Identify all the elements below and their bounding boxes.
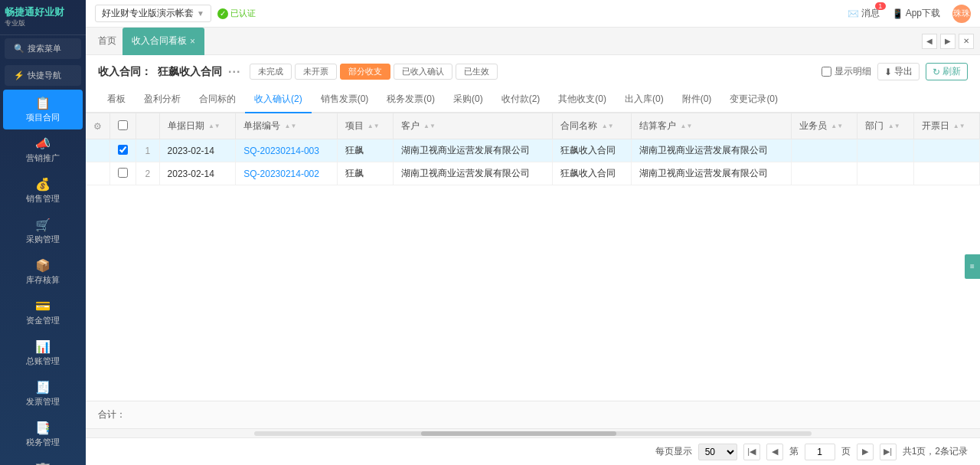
row-settings-0	[86, 139, 110, 162]
row-customer-1: 湖南卫视商业运营发展有限公司	[393, 162, 553, 185]
sidebar-label-purchase: 采购管理	[26, 234, 60, 245]
tab-next-btn[interactable]: ▶	[940, 34, 956, 49]
tab-7[interactable]: 收付款(2)	[492, 87, 550, 113]
rownum-col-header	[136, 113, 160, 139]
sidebar-item-fixed[interactable]: 🏢 固定资产	[3, 455, 83, 465]
result-customer-col-header: 结算客户 ▲▼	[632, 113, 792, 139]
certified-text: 已认证	[230, 8, 256, 19]
table-wrapper[interactable]: ⚙ 单据日期 ▲▼	[86, 113, 980, 401]
export-icon: ⬇	[884, 67, 892, 77]
app-download-action[interactable]: 📱 App下载	[892, 7, 940, 20]
row-salesperson-0	[792, 139, 858, 162]
select-all-checkbox[interactable]	[118, 120, 128, 130]
row-project-0: 狂飙	[337, 139, 393, 162]
user-action[interactable]: 珠珠	[952, 5, 971, 23]
message-action[interactable]: ✉️ 消息 1	[848, 7, 880, 20]
sidebar-item-inventory[interactable]: 📦 库存核算	[3, 252, 83, 292]
quick-nav-icon: ⚡	[14, 70, 24, 80]
page-input[interactable]	[805, 444, 835, 460]
tab-10[interactable]: 附件(0)	[673, 87, 721, 113]
refresh-btn[interactable]: ↻ 刷新	[926, 63, 968, 80]
contract-name-sort-icon[interactable]: ▲▼	[602, 123, 614, 129]
customer-sort-icon[interactable]: ▲▼	[423, 123, 436, 129]
sidebar-item-general[interactable]: 📊 总账管理	[3, 333, 83, 373]
tab-2[interactable]: 合同标的	[190, 87, 245, 113]
row-checkbox-0[interactable]	[118, 145, 128, 155]
company-dropdown-arrow: ▼	[197, 9, 204, 18]
row-number-link-1[interactable]: SQ-20230214-002	[243, 169, 319, 179]
message-badge: 1	[875, 2, 886, 10]
department-sort-icon[interactable]: ▲▼	[888, 123, 900, 129]
right-action-btn[interactable]: ≡	[965, 254, 980, 279]
status-btn-4[interactable]: 已生效	[456, 64, 498, 80]
sidebar-item-tax[interactable]: 📑 税务管理	[3, 414, 83, 454]
app-name: 畅捷通好业财	[5, 6, 81, 18]
tab-11[interactable]: 变更记录(0)	[720, 87, 787, 113]
tab-5[interactable]: 税务发票(0)	[377, 87, 444, 113]
tab-close-btn[interactable]: ×	[190, 36, 195, 47]
company-selector[interactable]: 好业财专业版演示帐套 ▼	[95, 5, 211, 22]
tab-9[interactable]: 出入库(0)	[616, 87, 673, 113]
active-tab[interactable]: 收入合同看板 ×	[122, 28, 204, 55]
sidebar-item-funds[interactable]: 💳 资金管理	[3, 293, 83, 332]
tab-0[interactable]: 看板	[98, 87, 135, 113]
show-detail-checkbox[interactable]: 显示明细	[822, 65, 871, 78]
status-btn-2[interactable]: 部分收支	[340, 64, 390, 80]
show-detail-input[interactable]	[822, 67, 831, 77]
page-size-select[interactable]: 50 20 100	[698, 444, 737, 460]
number-sort-icon[interactable]: ▲▼	[285, 123, 297, 129]
inventory-icon: 📦	[35, 258, 51, 273]
tab-4[interactable]: 销售发票(0)	[312, 87, 378, 113]
content-area: 收入合同： 狂飙收入合同 ··· 未完成未开票部分收支已收入确认已生效 显示明细…	[86, 55, 980, 465]
sidebar-item-invoice[interactable]: 🧾 发票管理	[3, 374, 83, 414]
sidebar-search[interactable]: 🔍 搜索菜单	[5, 38, 81, 59]
row-num-0: 1	[136, 139, 160, 162]
content-tabs: 看板盈利分析合同标的收入确认(2)销售发票(0)税务发票(0)采购(0)收付款(…	[86, 87, 980, 113]
more-btn[interactable]: ···	[228, 65, 240, 79]
page-prev-btn[interactable]: ◀	[766, 444, 783, 460]
invoice-date-sort-icon[interactable]: ▲▼	[953, 123, 965, 129]
status-btn-3[interactable]: 已收入确认	[394, 64, 452, 80]
salesperson-sort-icon[interactable]: ▲▼	[831, 123, 843, 129]
sidebar-item-purchase[interactable]: 🛒 采购管理	[3, 211, 83, 251]
scrollbar-area[interactable]	[86, 428, 980, 437]
scrollbar-thumb[interactable]	[421, 431, 616, 436]
company-name: 好业财专业版演示帐套	[102, 7, 194, 20]
result-customer-sort-icon[interactable]: ▲▼	[681, 123, 693, 129]
sidebar-item-project[interactable]: 📋 项目合同	[3, 90, 83, 129]
purchase-icon: 🛒	[35, 218, 51, 232]
export-btn[interactable]: ⬇ 导出	[877, 63, 920, 80]
table-settings-icon[interactable]: ⚙	[93, 121, 102, 132]
date-sort-icon[interactable]: ▲▼	[208, 123, 220, 129]
status-btn-1[interactable]: 未开票	[295, 64, 337, 80]
page-next-btn[interactable]: ▶	[857, 444, 874, 460]
sidebar-quick-nav[interactable]: ⚡ 快捷导航	[5, 65, 81, 86]
tab-8[interactable]: 其他收支(0)	[549, 87, 616, 113]
tab-6[interactable]: 采购(0)	[444, 87, 492, 113]
sidebar-item-sales[interactable]: 💰 销售管理	[3, 171, 83, 211]
pagination: 每页显示 50 20 100 |◀ ◀ 第 页 ▶	[86, 437, 980, 465]
row-number-link-0[interactable]: SQ-20230214-003	[243, 146, 319, 156]
tax-icon: 📑	[35, 421, 51, 435]
row-checkbox-1[interactable]	[118, 168, 128, 178]
page-last-btn[interactable]: ▶|	[880, 444, 897, 460]
status-btn-0[interactable]: 未完成	[250, 64, 292, 80]
sidebar-item-marketing[interactable]: 📣 营销推广	[3, 130, 83, 170]
row-invoice-date-0	[913, 139, 979, 162]
tab-3[interactable]: 收入确认(2)	[245, 87, 312, 113]
table-row[interactable]: 2 2023-02-14 SQ-20230214-002 狂飙 湖南卫视商业运营…	[86, 162, 980, 185]
project-sort-icon[interactable]: ▲▼	[368, 123, 380, 129]
breadcrumb-home[interactable]: 首页	[92, 34, 122, 47]
row-date-0: 2023-02-14	[159, 139, 236, 162]
tab-prev-btn[interactable]: ◀	[922, 34, 937, 49]
app-sub: 专业版	[5, 18, 81, 28]
page-label-post: 页	[841, 445, 851, 458]
contract-name-col-header: 合同名称 ▲▼	[553, 113, 632, 139]
tab-1[interactable]: 盈利分析	[135, 87, 190, 113]
page-first-btn[interactable]: |◀	[743, 444, 760, 460]
table-row[interactable]: 1 2023-02-14 SQ-20230214-003 狂飙 湖南卫视商业运营…	[86, 139, 980, 162]
active-tab-label: 收入合同看板	[132, 34, 187, 47]
tab-close-all-btn[interactable]: ✕	[959, 34, 974, 49]
row-number-0: SQ-20230214-003	[236, 139, 337, 162]
row-checkbox-cell-0	[110, 139, 136, 162]
